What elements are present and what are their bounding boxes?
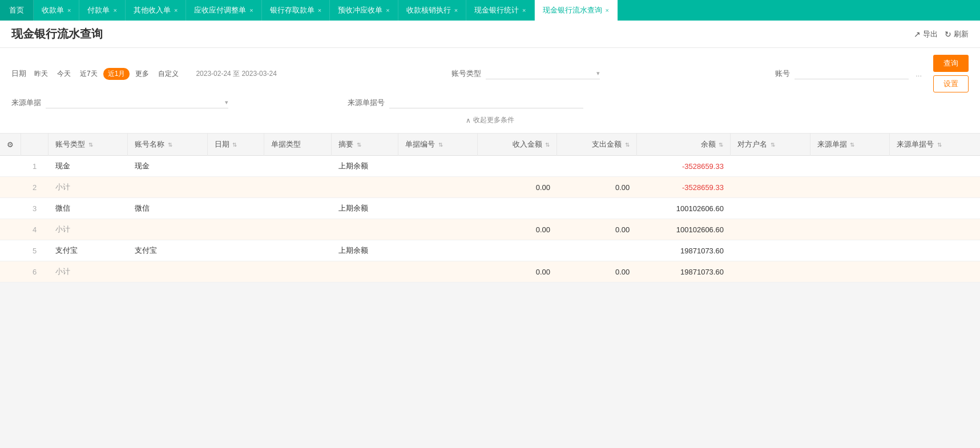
account-type-input[interactable]	[486, 68, 596, 79]
source-doc-arrow[interactable]: ▾	[225, 99, 228, 106]
nav-cash-bank-stats[interactable]: 现金银行统计 ×	[466, 0, 534, 21]
td-account-type-5: 小计	[49, 261, 128, 282]
nav-cash-bank-flow[interactable]: 现金银行流水查询 ×	[535, 0, 618, 21]
nav-ar-ap-adjust[interactable]: 应收应付调整单 ×	[186, 0, 261, 21]
source-doc-input[interactable]	[46, 97, 225, 108]
td-expense-3: 0.00	[557, 219, 636, 240]
th-gear[interactable]: ⚙	[0, 134, 21, 156]
sort-counterparty-icon: ⇅	[771, 142, 775, 148]
th-income[interactable]: 收入金额 ⇅	[478, 134, 557, 156]
nav-bank-deposit-close[interactable]: ×	[318, 7, 321, 14]
page-title: 现金银行流水查询	[11, 26, 103, 42]
td-date-3	[207, 219, 264, 240]
td-gear-2	[0, 198, 21, 219]
td-doc-type-2	[264, 198, 331, 219]
nav-other-income-close[interactable]: ×	[174, 7, 178, 14]
td-doc-no-1	[398, 177, 477, 198]
table-row[interactable]: 2 小计 0.00 0.00 -3528659.33	[0, 177, 980, 198]
date-opt-1month[interactable]: 近1月	[103, 68, 130, 80]
nav-bank-deposit[interactable]: 银行存取款单 ×	[262, 0, 330, 21]
source-doc-select[interactable]: ▾	[46, 97, 228, 108]
th-counterparty[interactable]: 对方户名 ⇅	[731, 134, 810, 156]
export-button[interactable]: ↗ 导出	[914, 29, 938, 39]
table-row[interactable]: 6 小计 0.00 0.00 19871073.60	[0, 261, 980, 282]
td-doc-no-2	[398, 198, 477, 219]
nav-prepay-offset[interactable]: 预收冲应收单 ×	[330, 0, 398, 21]
source-doc-no-input[interactable]	[389, 97, 583, 108]
top-navigation: 首页 收款单 × 付款单 × 其他收入单 × 应收应付调整单 × 银行存取款单 …	[0, 0, 980, 21]
td-doc-type-5	[264, 261, 331, 282]
th-source-doc[interactable]: 来源单据 ⇅	[810, 134, 889, 156]
td-expense-2	[557, 198, 636, 219]
td-index-1: 2	[21, 177, 49, 198]
export-icon: ↗	[914, 30, 921, 39]
sort-source-doc-icon: ⇅	[850, 142, 854, 148]
nav-payments[interactable]: 付款单 ×	[79, 0, 125, 21]
td-summary-1	[332, 177, 398, 198]
settings-button[interactable]: 设置	[933, 75, 969, 92]
table-body: 1 现金 现金 上期余额 -3528659.33 2 小计 0.00 0.00 …	[0, 156, 980, 282]
td-source-doc-1	[810, 177, 889, 198]
collapse-bar[interactable]: ∧ 收起更多条件	[11, 113, 969, 127]
nav-collection-exec[interactable]: 收款核销执行 ×	[398, 0, 466, 21]
nav-collection-exec-close[interactable]: ×	[454, 7, 458, 14]
filter-row-2: 来源单据 ▾ 来源单据号	[11, 97, 969, 108]
td-account-type-2: 微信	[49, 198, 128, 219]
td-gear-1	[0, 177, 21, 198]
td-balance-3: 100102606.60	[636, 219, 731, 240]
th-account-type[interactable]: 账号类型 ⇅	[49, 134, 128, 156]
td-account-name-0: 现金	[128, 156, 207, 177]
date-opt-7days[interactable]: 近7天	[76, 68, 101, 80]
td-income-2	[478, 198, 557, 219]
nav-other-income[interactable]: 其他收入单 ×	[126, 0, 186, 21]
table-row[interactable]: 4 小计 0.00 0.00 100102606.60	[0, 219, 980, 240]
account-type-select[interactable]: ▾	[486, 68, 600, 79]
table-row[interactable]: 3 微信 微信 上期余额 100102606.60	[0, 198, 980, 219]
collapse-icon: ∧	[466, 116, 471, 124]
td-source-doc-no-0	[889, 156, 980, 177]
th-summary[interactable]: 摘要 ⇅	[332, 134, 398, 156]
th-balance[interactable]: 余额 ⇅	[636, 134, 731, 156]
nav-receipts[interactable]: 收款单 ×	[34, 0, 79, 21]
td-doc-no-0	[398, 156, 477, 177]
th-doc-no[interactable]: 单据编号 ⇅	[398, 134, 477, 156]
account-select[interactable]	[795, 68, 909, 79]
th-source-doc-no[interactable]: 来源单据号 ⇅	[889, 134, 980, 156]
query-button[interactable]: 查询	[933, 55, 969, 72]
th-date[interactable]: 日期 ⇅	[207, 134, 264, 156]
account-type-arrow[interactable]: ▾	[596, 70, 600, 77]
nav-cash-bank-flow-close[interactable]: ×	[606, 7, 609, 14]
account-input[interactable]	[795, 68, 909, 79]
header-actions: ↗ 导出 ↻ 刷新	[914, 29, 969, 39]
td-summary-4: 上期余额	[332, 240, 398, 261]
nav-home-label: 首页	[9, 5, 24, 15]
date-opt-yesterday[interactable]: 昨天	[31, 68, 51, 80]
nav-receipts-close[interactable]: ×	[67, 7, 71, 14]
date-opt-more[interactable]: 更多	[132, 68, 152, 80]
nav-home[interactable]: 首页	[0, 0, 34, 21]
date-filter-group: 日期 昨天 今天 近7天 近1月 更多 自定义	[11, 68, 182, 80]
table-row[interactable]: 5 支付宝 支付宝 上期余额 19871073.60	[0, 240, 980, 261]
account-more[interactable]: ...	[916, 70, 922, 78]
td-doc-no-4	[398, 240, 477, 261]
nav-prepay-offset-close[interactable]: ×	[386, 7, 389, 14]
account-label: 账号	[775, 68, 790, 79]
td-source-doc-0	[810, 156, 889, 177]
nav-cash-bank-stats-close[interactable]: ×	[522, 7, 526, 14]
nav-collection-exec-label: 收款核销执行	[406, 5, 451, 15]
date-opt-custom[interactable]: 自定义	[155, 68, 182, 80]
th-account-name[interactable]: 账号名称 ⇅	[128, 134, 207, 156]
source-doc-filter-group: 来源单据 ▾	[11, 97, 228, 108]
nav-payments-close[interactable]: ×	[113, 7, 116, 14]
nav-ar-ap-adjust-close[interactable]: ×	[249, 7, 253, 14]
date-opt-today[interactable]: 今天	[54, 68, 74, 80]
source-doc-no-select[interactable]	[389, 97, 583, 108]
th-expense[interactable]: 支出金额 ⇅	[557, 134, 636, 156]
td-gear-4	[0, 240, 21, 261]
td-doc-type-1	[264, 177, 331, 198]
sort-expense-icon: ⇅	[625, 142, 630, 148]
table-row[interactable]: 1 现金 现金 上期余额 -3528659.33	[0, 156, 980, 177]
refresh-button[interactable]: ↻ 刷新	[945, 29, 969, 39]
refresh-label: 刷新	[954, 29, 969, 39]
td-index-3: 4	[21, 219, 49, 240]
